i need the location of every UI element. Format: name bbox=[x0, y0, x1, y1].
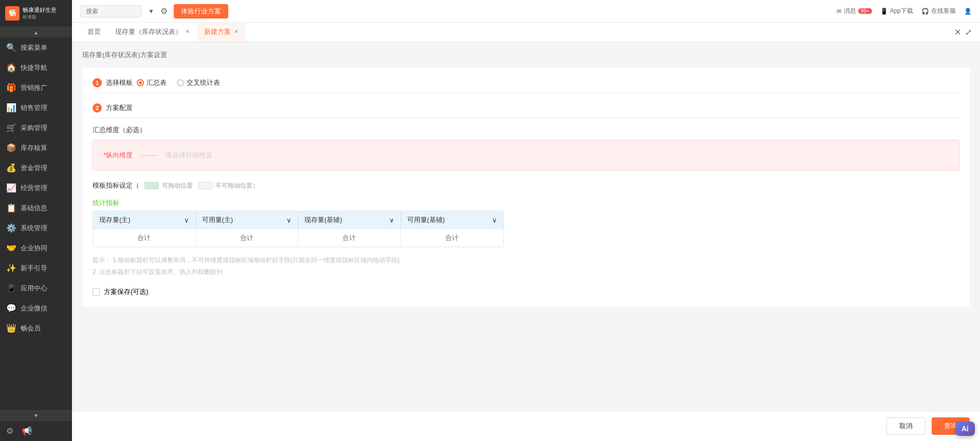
col-dropdown-1[interactable]: ∨ bbox=[286, 216, 292, 224]
col-dropdown-0[interactable]: ∨ bbox=[184, 216, 189, 224]
sidebar-bottom: ⚙ 📢 bbox=[0, 420, 72, 441]
tab-close-btn[interactable]: ✕ bbox=[954, 27, 961, 37]
draggable-legend-box bbox=[144, 182, 159, 189]
sidebar-item-purchase[interactable]: 🛒 采购管理 bbox=[0, 118, 72, 138]
tip-1: 提示： 1.拖动标题栏可以调整布局，不可跨维度或指标区域拖动栏目字段(只能在同一… bbox=[93, 255, 959, 265]
step2-badge: 2 bbox=[93, 103, 102, 113]
sidebar-item-finance[interactable]: 💰 资金管理 bbox=[0, 158, 72, 178]
sidebar-item-inventory[interactable]: 📦 库存核算 bbox=[0, 138, 72, 158]
sidebar-item-label: 资金管理 bbox=[21, 163, 47, 173]
fixed-legend-box bbox=[198, 182, 212, 189]
app-download-btn[interactable]: 📱 App下载 bbox=[880, 7, 913, 15]
collab-icon: 🤝 bbox=[6, 243, 16, 253]
tabs-bar: 首页 现存量（库存状况表） ✕ 新建方案 ✕ ✕ ⤢ bbox=[72, 23, 980, 42]
radio-cross[interactable]: 交叉统计表 bbox=[177, 78, 220, 87]
dim-placeholder: 请选择分组维度 bbox=[166, 151, 212, 160]
radio-summary[interactable]: 汇总表 bbox=[137, 78, 167, 87]
messages-btn[interactable]: ✉ 消息 99+ bbox=[837, 7, 872, 15]
sidebar-scroll-down[interactable]: ▼ bbox=[0, 410, 72, 420]
gift-icon: 🎁 bbox=[6, 83, 16, 93]
sidebar-scroll-up[interactable]: ▲ bbox=[0, 27, 72, 38]
dimension-required-area[interactable]: *纵向维度 —— 请选择分组维度 bbox=[93, 140, 959, 171]
col-header-0[interactable]: 现存量(主) ∨ bbox=[93, 211, 196, 229]
chart-icon: 📊 bbox=[6, 103, 16, 113]
col-dropdown-3[interactable]: ∨ bbox=[492, 216, 497, 224]
phone-icon: 📱 bbox=[880, 8, 888, 15]
search-input[interactable] bbox=[80, 5, 142, 17]
sidebar-logo: 畅 畅康通好生意 标准版 bbox=[0, 0, 72, 27]
col-label-1: 可用量(主) bbox=[202, 215, 233, 225]
sidebar-item-nav[interactable]: 🏠 快捷导航 bbox=[0, 58, 72, 78]
home-icon: 🏠 bbox=[6, 63, 16, 72]
sidebar-item-label: 采购管理 bbox=[21, 123, 47, 133]
stats-cell-2: 合计 bbox=[298, 229, 401, 247]
search-menu-icon: 🔍 bbox=[6, 43, 16, 52]
tab-new-plan[interactable]: 新建方案 ✕ bbox=[197, 23, 246, 42]
stats-cell-3: 合计 bbox=[401, 229, 504, 247]
indicators-section: 模板指标设定（ 可拖动位置 不可拖动位置） bbox=[93, 181, 959, 190]
app-name: 畅康通好生意 bbox=[23, 6, 57, 13]
sidebar-item-guide[interactable]: ✨ 新手引导 bbox=[0, 258, 72, 278]
user-avatar[interactable]: 👤 bbox=[964, 8, 972, 15]
sidebar-item-search[interactable]: 🔍 搜索菜单 bbox=[0, 38, 72, 58]
sidebar-item-sales[interactable]: 📊 销售管理 bbox=[0, 98, 72, 118]
tab-home-label: 首页 bbox=[87, 27, 101, 36]
step2-header: 2 方案配置 bbox=[93, 103, 959, 118]
cart-icon: 🛒 bbox=[6, 123, 16, 133]
sidebar-item-marketing[interactable]: 🎁 营销推广 bbox=[0, 78, 72, 98]
tab-expand-btn[interactable]: ⤢ bbox=[965, 27, 972, 37]
settings-icon[interactable]: ⚙ bbox=[6, 426, 13, 436]
vertical-dim-label: *纵向维度 bbox=[103, 151, 133, 160]
sidebar: 畅 畅康通好生意 标准版 ▲ 🔍 搜索菜单 🏠 快捷导航 🎁 营销推广 📊 销售… bbox=[0, 0, 72, 441]
ai-fab-button[interactable]: Ai bbox=[955, 421, 975, 436]
topbar-dropdown[interactable]: ▼ bbox=[148, 8, 154, 15]
page-title: 现存量(库存状况表)方案设置 bbox=[82, 50, 970, 60]
sidebar-item-apps[interactable]: 📱 应用中心 bbox=[0, 278, 72, 298]
sidebar-item-member[interactable]: 👑 畅会员 bbox=[0, 318, 72, 338]
topbar-right: ✉ 消息 99+ 📱 App下载 🎧 在线客服 👤 bbox=[837, 7, 972, 15]
sidebar-item-collab[interactable]: 🤝 企业协同 bbox=[0, 238, 72, 258]
save-checkbox[interactable] bbox=[93, 288, 100, 296]
col-label-3: 可用量(基辅) bbox=[407, 215, 445, 225]
sidebar-item-system[interactable]: ⚙️ 系统管理 bbox=[0, 218, 72, 238]
tab-actions: ✕ ⤢ bbox=[954, 27, 972, 37]
step2-title: 方案配置 bbox=[106, 103, 133, 113]
tab-new-plan-label: 新建方案 bbox=[204, 27, 231, 36]
col-header-2[interactable]: 现存量(基辅) ∨ bbox=[298, 211, 401, 229]
radio-summary-circle bbox=[137, 79, 144, 86]
tips-section: 提示： 1.拖动标题栏可以调整布局，不可跨维度或指标区域拖动栏目字段(只能在同一… bbox=[93, 255, 959, 277]
speaker-icon[interactable]: 📢 bbox=[22, 426, 32, 436]
online-service-label: 在线客服 bbox=[931, 7, 956, 15]
radio-cross-label: 交叉统计表 bbox=[187, 78, 220, 87]
wechat-icon: 💬 bbox=[6, 303, 16, 313]
online-service-btn[interactable]: 🎧 在线客服 bbox=[921, 7, 956, 15]
tab-home[interactable]: 首页 bbox=[80, 23, 108, 42]
topbar: ▼ ⚙ 体验行业方案 ✉ 消息 99+ 📱 App下载 🎧 在线客服 👤 bbox=[72, 0, 980, 23]
tab-new-plan-close[interactable]: ✕ bbox=[234, 28, 239, 35]
step1-badge: 1 bbox=[93, 78, 102, 87]
tab-inventory-status[interactable]: 现存量（库存状况表） ✕ bbox=[108, 23, 197, 42]
management-icon: 📈 bbox=[6, 183, 16, 193]
sidebar-item-management[interactable]: 📈 经营管理 bbox=[0, 178, 72, 198]
sidebar-item-label: 经营管理 bbox=[21, 183, 47, 193]
config-card: 1 选择模板 汇总表 交叉统计表 bbox=[82, 68, 970, 307]
tab-inventory-close[interactable]: ✕ bbox=[185, 28, 190, 35]
sidebar-item-label: 快捷导航 bbox=[21, 63, 47, 72]
trial-button[interactable]: 体验行业方案 bbox=[174, 4, 228, 19]
topbar-settings-icon[interactable]: ⚙ bbox=[160, 6, 168, 16]
save-section: 方案保存(可选) bbox=[93, 287, 959, 297]
col-header-1[interactable]: 可用量(主) ∨ bbox=[196, 211, 299, 229]
sidebar-item-label: 畅会员 bbox=[21, 324, 41, 333]
col-dropdown-2[interactable]: ∨ bbox=[389, 216, 394, 224]
cancel-button[interactable]: 取消 bbox=[886, 417, 925, 435]
footer: 取消 查询 bbox=[72, 411, 980, 441]
sidebar-item-wechat[interactable]: 💬 企业微信 bbox=[0, 298, 72, 318]
sidebar-item-basic-info[interactable]: 📋 基础信息 bbox=[0, 198, 72, 218]
sidebar-item-label: 搜索菜单 bbox=[21, 43, 47, 52]
col-header-3[interactable]: 可用量(基辅) ∨ bbox=[401, 211, 504, 229]
stats-label: 统计指标 bbox=[93, 198, 959, 208]
col-label-2: 现存量(基辅) bbox=[304, 215, 342, 225]
legend-fixed-label: 不可拖动位置） bbox=[215, 181, 259, 190]
sidebar-item-label: 营销推广 bbox=[21, 83, 47, 93]
sidebar-item-label: 基础信息 bbox=[21, 204, 47, 213]
